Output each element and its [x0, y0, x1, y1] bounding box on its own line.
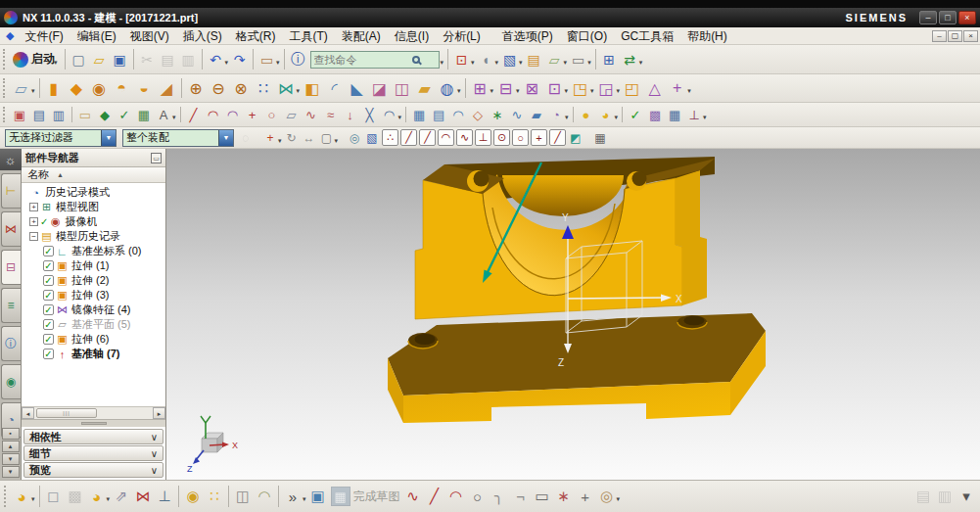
constraint-navigator-tab[interactable]: ⋈ [1, 211, 21, 247]
tree-item-extrude-6[interactable]: ✓▣拉伸 (6) [22, 332, 165, 347]
layer-settings-dropdown[interactable]: ▾ [564, 59, 568, 67]
intersect-button[interactable]: ⊗ [230, 77, 253, 100]
scroll-right-arrow[interactable]: ▸ [153, 407, 165, 419]
quick-pick-button[interactable]: ◩ [567, 129, 584, 147]
render-style-dropdown[interactable]: ▾ [495, 59, 499, 67]
mdi-minimize-button[interactable]: – [932, 30, 947, 42]
marquee-select-dropdown[interactable]: ▾ [335, 137, 339, 145]
panel-splitter[interactable] [22, 419, 165, 427]
object-info-button[interactable]: ▦ [134, 106, 154, 124]
menu-8[interactable]: 信息(I) [388, 28, 436, 44]
feature-checkbox[interactable]: ✓ [43, 246, 54, 256]
part-3d-bearing-block[interactable] [388, 157, 766, 423]
more-tools-overflow-dropdown[interactable]: ▾ [303, 495, 306, 503]
text-dropdown[interactable]: ▾ [172, 114, 176, 121]
tree-item-cameras[interactable]: +✓◉摄像机 [22, 214, 165, 229]
dependencies-panel[interactable]: 相依性∨ [23, 429, 163, 444]
horizontal-scrollbar[interactable]: ◂ ||| ▸ [22, 406, 165, 419]
feature-checkbox[interactable]: ✓ [43, 260, 54, 271]
start-dropdown[interactable]: ▾ [54, 59, 58, 67]
sketch-arc-button[interactable]: ◠ [445, 486, 467, 507]
pan-view-button[interactable]: ↔ [301, 129, 318, 147]
resize-face-button[interactable]: ◲ [595, 77, 618, 100]
edit-cross-section-dropdown[interactable]: ▾ [687, 87, 691, 95]
paste-button[interactable]: ▥ [178, 49, 199, 70]
selection-scope-combo[interactable]: 整个装配 ▼ [122, 129, 234, 147]
feature-checkbox[interactable]: ✓ [43, 319, 54, 330]
new-file-button[interactable]: ▢ [69, 49, 89, 70]
chevron-down-icon[interactable]: ∨ [151, 448, 158, 459]
split-body-button[interactable]: ◫ [391, 77, 413, 100]
swept-button[interactable]: ◠ [448, 106, 468, 124]
show-component-button[interactable]: ∷ [204, 486, 225, 507]
feature-group-button[interactable]: ◕ [596, 106, 616, 124]
note-button[interactable]: ▭ [75, 106, 95, 124]
movie-capture-button[interactable]: ▭ [257, 49, 277, 70]
graphics-viewport[interactable]: Y X Z [166, 149, 980, 480]
fit-view-dropdown[interactable]: ▾ [471, 59, 475, 67]
new-component-button[interactable]: ◻ [43, 486, 65, 507]
subtract-button[interactable]: ⊖ [208, 77, 230, 100]
pattern-component-button[interactable]: ◫ [232, 486, 254, 507]
offset-curve-button[interactable]: ≈ [321, 106, 341, 124]
part-cleanup-button[interactable]: ▩ [645, 106, 665, 124]
trim-body-button[interactable]: ◪ [368, 77, 391, 100]
pull-face-dropdown[interactable]: ▾ [516, 87, 520, 95]
conic-button[interactable]: ◠ [223, 106, 243, 124]
layer-settings-button[interactable]: ▱ [544, 49, 565, 70]
snap-point-on-curve-button[interactable]: ╱ [549, 129, 566, 146]
sketch-line-button[interactable]: ╱ [424, 486, 445, 507]
mirror-feature-dropdown[interactable]: ▾ [297, 87, 301, 95]
tree-item-datum-plane-5[interactable]: ✓▱基准平面 (5) [22, 317, 165, 332]
snap-point-button[interactable]: + [531, 129, 547, 146]
line-button[interactable]: ╱ [184, 106, 204, 124]
relations-browser-dropdown[interactable]: ▾ [703, 114, 707, 121]
move-face-dropdown[interactable]: ▾ [490, 87, 494, 95]
replace-face-button[interactable]: ⊡ [543, 77, 566, 100]
reuse-library-tab[interactable]: ≡ [1, 288, 21, 323]
scrollbar-thumb[interactable]: ||| [36, 408, 97, 418]
menu-12[interactable]: GC工具箱 [614, 28, 680, 44]
edit-cross-section-button[interactable]: + [666, 77, 688, 100]
draft-analysis-button[interactable]: ◔ [546, 106, 566, 124]
undo-button[interactable]: ↶ [206, 49, 226, 70]
bridge-curve-button[interactable]: ◠ [380, 106, 399, 124]
menu-2[interactable]: 编辑(E) [70, 28, 123, 44]
move-face-button[interactable]: ⊞ [469, 77, 491, 100]
boss-button[interactable]: ◒ [133, 77, 156, 100]
name-column-header[interactable]: 名称 ▲ [22, 167, 165, 183]
render-style-button[interactable]: ◖ [476, 49, 496, 70]
pattern-feature-button[interactable]: ∷ [253, 77, 275, 100]
interference-check-button[interactable]: ⊥ [154, 486, 175, 507]
menu-grid-button[interactable]: ▦ [591, 129, 609, 147]
menu-7[interactable]: 装配(A) [335, 28, 388, 44]
preview-panel[interactable]: 预览∨ [23, 462, 163, 478]
sketch-in-task-button[interactable]: ▣ [10, 106, 29, 124]
sketch-rectangle-button[interactable]: ▭ [532, 486, 553, 507]
touch-mode-button[interactable]: ⇄ [620, 49, 640, 70]
add-component-dropdown[interactable]: ▾ [107, 495, 111, 503]
menu-1[interactable]: 文件(F) [18, 28, 70, 44]
snap-quadrant-button[interactable]: ○ [512, 129, 529, 146]
view-window-button[interactable]: ▭ [568, 49, 588, 70]
menu-6[interactable]: 工具(T) [282, 28, 334, 44]
expressions-button[interactable]: ▦ [665, 106, 684, 124]
menu-4[interactable]: 插入(S) [176, 28, 229, 44]
sketch-offset-dropdown[interactable]: ▾ [617, 495, 621, 503]
mdi-restore-button[interactable]: ▢ [948, 30, 962, 42]
arc-button[interactable]: ◠ [204, 106, 223, 124]
orient-view-dropdown[interactable]: ▾ [519, 59, 523, 67]
toolbar-grip[interactable] [4, 486, 8, 507]
start-button[interactable]: 启动▾ [10, 51, 62, 68]
feature-checkbox[interactable]: ✓ [43, 334, 54, 345]
n-sided-surface-button[interactable]: ◇ [468, 106, 488, 124]
scroll-up-button[interactable]: ▴ [2, 441, 20, 452]
sketch-circle-button[interactable]: ○ [467, 486, 489, 507]
sketch-button[interactable]: ▱ [10, 77, 32, 100]
tree-item-model-views[interactable]: +⊞模型视图 [22, 200, 165, 214]
add-component-button[interactable]: ◕ [86, 486, 108, 507]
edge-blend-button[interactable]: ◜ [323, 77, 346, 100]
datum-plane-button[interactable]: ▱ [282, 106, 302, 124]
selection-filter-combo[interactable]: 无选择过滤器 ▼ [5, 129, 117, 147]
snap-vertical-button[interactable]: ⊥ [475, 129, 491, 146]
